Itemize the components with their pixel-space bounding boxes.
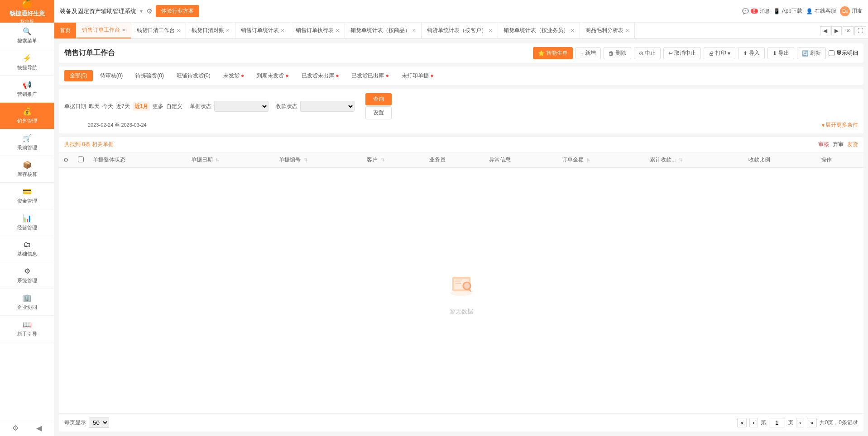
date-yesterday[interactable]: 昨天 — [89, 103, 100, 110]
tab-fullscreen-btn[interactable]: ⛶ — [854, 26, 866, 35]
tab-cash-daily[interactable]: 钱货日清工作台 ✕ — [131, 23, 186, 38]
col-checkbox[interactable] — [73, 152, 88, 168]
sidebar-item-search[interactable]: 🔍 搜索菜单 — [0, 23, 54, 49]
ship-btn[interactable]: 发货 — [847, 141, 858, 148]
sidebar-item-finance[interactable]: 💳 资金管理 — [0, 183, 54, 209]
user-btn[interactable]: Ea 用友 — [840, 6, 863, 16]
col-exception[interactable]: 异常信息 — [484, 152, 557, 168]
close-tab-cash-reconcile[interactable]: ✕ — [226, 28, 230, 33]
tab-next-btn[interactable]: ▶ — [831, 26, 842, 35]
subtab-not-shipped[interactable]: 未发货 ● — [218, 70, 250, 81]
subtab-not-printed[interactable]: 未打印单据 ● — [396, 70, 439, 81]
sidebar-item-marketing[interactable]: 📢 营销推广 — [0, 76, 54, 103]
sidebar-item-enterprise[interactable]: 🏢 企业协同 — [0, 289, 54, 316]
import-btn[interactable]: ⬆ 导入 — [738, 47, 765, 59]
show-detail-checkbox[interactable] — [829, 50, 834, 56]
set-btn[interactable]: 设置 — [365, 106, 392, 119]
subtab-pending[interactable]: 待审核(0) — [95, 70, 129, 81]
show-detail-toggle[interactable]: 显示明细 — [829, 49, 858, 57]
unapprove-btn[interactable]: 弃审 — [833, 141, 844, 148]
tab-sales-summary-cust[interactable]: 销货单统计表（按客户） ✕ — [422, 23, 498, 38]
tab-cash-reconcile[interactable]: 钱货日清对账 ✕ — [186, 23, 235, 38]
close-tab-sales-workbench[interactable]: ✕ — [122, 28, 125, 33]
settings-icon[interactable]: ⚙ — [12, 424, 19, 432]
col-ratio[interactable]: 收款比例 — [744, 152, 816, 168]
smart-create-btn[interactable]: ⭐ 智能生单 — [533, 47, 573, 59]
tab-sales-summary-prod[interactable]: 销货单统计表（按商品） ✕ — [345, 23, 422, 38]
add-btn[interactable]: + 新增 — [575, 47, 601, 59]
page-input[interactable] — [769, 418, 785, 427]
sidebar-item-operation[interactable]: 📊 经营管理 — [0, 209, 54, 236]
sidebar-item-purchase[interactable]: 🛒 采购管理 — [0, 129, 54, 156]
tab-sales-stat[interactable]: 销售订单统计表 ✕ — [235, 23, 290, 38]
sidebar-item-system[interactable]: ⚙ 系统管理 — [0, 262, 54, 289]
date-1month[interactable]: 近1月 — [133, 102, 150, 111]
trial-btn[interactable]: 体验行业方案 — [156, 5, 199, 17]
print-btn[interactable]: 🖨 打印 ▾ — [704, 47, 735, 59]
next-page-btn[interactable]: › — [796, 418, 804, 427]
date-today[interactable]: 今天 — [102, 103, 113, 110]
service-label: 在线客服 — [815, 7, 836, 15]
close-tab-summary-staff[interactable]: ✕ — [571, 28, 574, 33]
sidebar-item-guide[interactable]: 📖 新手引导 — [0, 316, 54, 342]
tab-sales-exec[interactable]: 销售订单执行表 ✕ — [290, 23, 345, 38]
subtab-pending-inspect[interactable]: 待拣验货(0) — [130, 70, 169, 81]
last-page-btn[interactable]: » — [807, 418, 816, 427]
close-tab-gross-margin[interactable]: ✕ — [625, 28, 629, 33]
close-tab-summary-cust[interactable]: ✕ — [489, 28, 492, 33]
col-status[interactable]: 单据整体状态 — [88, 152, 187, 168]
payment-select[interactable] — [300, 101, 355, 112]
page-size-select[interactable]: 50 — [89, 417, 109, 428]
prev-page-btn[interactable]: ‹ — [749, 418, 758, 427]
status-filter: 单据状态 — [190, 101, 269, 112]
refresh-btn[interactable]: 🔄 刷新 — [797, 47, 826, 59]
settings-topbar-icon[interactable]: ⚙ — [146, 7, 152, 15]
operation-icon: 📊 — [23, 214, 32, 223]
tab-home[interactable]: 首页 — [54, 23, 77, 38]
col-date[interactable]: 单据日期 ⇅ — [187, 152, 274, 168]
first-page-btn[interactable]: « — [737, 418, 747, 427]
sidebar-item-inventory[interactable]: 📦 库存核算 — [0, 156, 54, 183]
collapse-icon[interactable]: ◀ — [36, 424, 42, 432]
home-tab-label: 首页 — [60, 27, 71, 34]
status-filter-label: 单据状态 — [190, 103, 211, 110]
tab-prev-btn[interactable]: ◀ — [820, 26, 830, 35]
col-customer[interactable]: 客户 ⇅ — [362, 152, 425, 168]
app-download-btn[interactable]: 📱 App下载 — [773, 7, 802, 15]
query-btn[interactable]: 查询 — [365, 93, 392, 105]
col-amount[interactable]: 订单金额 ⇅ — [557, 152, 645, 168]
col-received[interactable]: 累计收款... ⇅ — [645, 152, 744, 168]
subtab-overdue-ship[interactable]: 到期未发货 ● — [251, 70, 294, 81]
stop-btn[interactable]: ⊘ 中止 — [634, 47, 661, 59]
subtab-shipped-in[interactable]: 已发货已出库 ● — [346, 70, 394, 81]
tab-sales-workbench[interactable]: 销售订单工作台 ✕ — [77, 23, 131, 38]
close-tab-sales-exec[interactable]: ✕ — [336, 28, 339, 33]
export-btn[interactable]: ⬇ 导出 — [767, 47, 794, 59]
sidebar-item-sales[interactable]: 💰 销售管理 — [0, 103, 54, 129]
chevron-down-icon[interactable]: ▾ — [140, 8, 143, 14]
date-more[interactable]: 更多 — [153, 103, 163, 110]
date-7days[interactable]: 近7天 — [116, 103, 130, 110]
tab-sales-summary-staff[interactable]: 销货单统计表（按业务员） ✕ — [498, 23, 580, 38]
search-menu-icon: 🔍 — [23, 27, 32, 36]
tab-close-btn[interactable]: ✕ — [843, 26, 854, 35]
close-tab-sales-stat[interactable]: ✕ — [281, 28, 284, 33]
close-tab-summary-prod[interactable]: ✕ — [412, 28, 416, 33]
sidebar-item-quicknav[interactable]: ⚡ 快捷导航 — [0, 49, 54, 76]
delete-btn[interactable]: 🗑 删除 — [604, 47, 631, 59]
sidebar-item-basic[interactable]: 🗂 基础信息 — [0, 236, 54, 262]
expand-filter-btn[interactable]: ▾ 展开更多条件 — [822, 121, 858, 129]
online-service-btn[interactable]: 👤 在线客服 — [806, 7, 836, 15]
cancel-stop-btn[interactable]: ↩ 取消中止 — [663, 47, 701, 59]
subtab-shipped-not-in[interactable]: 已发货未出库 ● — [296, 70, 345, 81]
subtab-all[interactable]: 全部(0) — [64, 70, 93, 81]
close-tab-cash-daily[interactable]: ✕ — [177, 28, 180, 33]
date-custom[interactable]: 自定义 — [166, 103, 182, 110]
subtab-wangpu[interactable]: 旺铺待发货(0) — [171, 70, 216, 81]
status-select[interactable] — [214, 101, 269, 112]
approve-btn[interactable]: 审核 — [818, 141, 829, 148]
tab-gross-margin[interactable]: 商品毛利分析表 ✕ — [580, 23, 635, 38]
message-btn[interactable]: 💬 6 消息 — [742, 8, 770, 14]
col-number[interactable]: 单据编号 ⇅ — [274, 152, 362, 168]
col-staff[interactable]: 业务员 — [425, 152, 484, 168]
